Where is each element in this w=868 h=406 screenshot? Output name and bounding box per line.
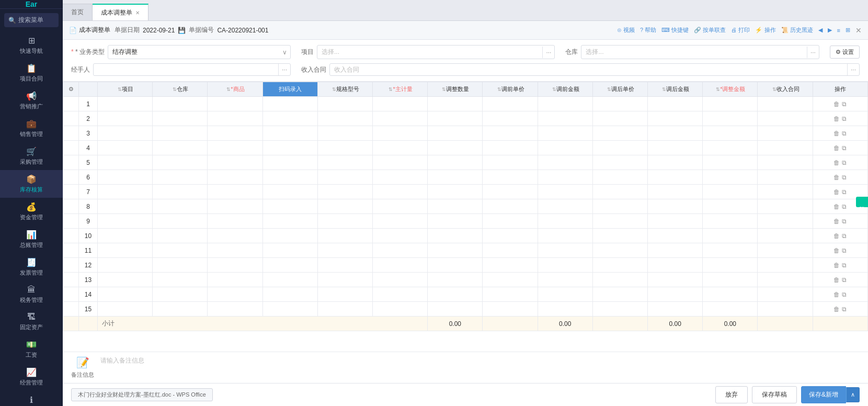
row-product-cell[interactable] (208, 111, 262, 126)
row-amount-after-cell[interactable] (648, 141, 703, 155)
row-qty-cell[interactable] (428, 141, 483, 155)
row-income-contract-cell[interactable] (758, 258, 813, 273)
row-amount-after-cell[interactable] (648, 155, 703, 170)
row-qty-cell[interactable] (428, 287, 483, 302)
row-amount-after-cell[interactable] (648, 243, 703, 258)
row-delete-icon[interactable]: 🗑 (833, 232, 840, 240)
row-amount-after-cell[interactable] (648, 126, 703, 141)
row-amount-after-cell[interactable] (648, 258, 703, 273)
sidebar-item-finance[interactable]: 💰 资金管理 (0, 198, 63, 225)
row-scan-cell[interactable] (262, 141, 317, 155)
row-delete-icon[interactable]: 🗑 (833, 276, 840, 284)
row-copy-icon[interactable]: ⧉ (842, 306, 847, 313)
row-project-cell[interactable] (98, 287, 153, 302)
sidebar-item-project-contract[interactable]: 📋 项目合同 (0, 59, 63, 87)
action-video[interactable]: ⊙ 视频 (617, 26, 635, 34)
row-delete-icon[interactable]: 🗑 (833, 247, 840, 254)
row-product-cell[interactable] (208, 287, 262, 302)
sidebar-item-quick-nav[interactable]: ⊞ 快速导航 (0, 31, 63, 59)
row-price-after-cell[interactable] (592, 287, 647, 302)
save-new-arrow-button[interactable]: ∧ (846, 387, 860, 402)
row-price-after-cell[interactable] (592, 97, 647, 111)
row-price-after-cell[interactable] (592, 155, 647, 170)
row-warehouse-cell[interactable] (153, 126, 208, 141)
row-delete-icon[interactable]: 🗑 (833, 144, 840, 152)
row-price-after-cell[interactable] (592, 170, 647, 185)
row-project-cell[interactable] (98, 141, 153, 155)
row-adjust-cell[interactable] (703, 199, 758, 214)
row-copy-icon[interactable]: ⧉ (842, 291, 847, 298)
row-warehouse-cell[interactable] (153, 302, 208, 317)
row-amount-before-cell[interactable] (538, 302, 592, 317)
row-product-cell[interactable] (208, 155, 262, 170)
row-scan-cell[interactable] (262, 170, 317, 185)
row-scan-cell[interactable] (262, 229, 317, 243)
row-copy-icon[interactable]: ⧉ (842, 203, 847, 210)
row-spec-cell[interactable] (317, 97, 372, 111)
row-project-cell[interactable] (98, 258, 153, 273)
row-adjust-cell[interactable] (703, 126, 758, 141)
row-price-after-cell[interactable] (592, 126, 647, 141)
row-qty-cell[interactable] (428, 126, 483, 141)
row-warehouse-cell[interactable] (153, 111, 208, 126)
search-menu-button[interactable]: 🔍 搜索菜单 (4, 13, 59, 27)
project-more-icon[interactable]: ··· (542, 47, 554, 58)
row-price-before-cell[interactable] (483, 273, 538, 287)
table-settings-icon[interactable]: ⚙ (68, 86, 74, 92)
row-adjust-cell[interactable] (703, 258, 758, 273)
row-project-cell[interactable] (98, 170, 153, 185)
row-project-cell[interactable] (98, 199, 153, 214)
row-price-before-cell[interactable] (483, 170, 538, 185)
row-amount-after-cell[interactable] (648, 214, 703, 229)
sidebar-item-inventory[interactable]: 📦 库存核算 (0, 170, 63, 198)
project-value[interactable]: 选择... (317, 46, 542, 59)
row-copy-icon[interactable]: ⧉ (842, 188, 847, 196)
row-spec-cell[interactable] (317, 141, 372, 155)
row-price-after-cell[interactable] (592, 258, 647, 273)
row-adjust-cell[interactable] (703, 155, 758, 170)
row-income-contract-cell[interactable] (758, 302, 813, 317)
row-price-after-cell[interactable] (592, 214, 647, 229)
row-product-cell[interactable] (208, 214, 262, 229)
row-spec-cell[interactable] (317, 273, 372, 287)
row-scan-cell[interactable] (262, 199, 317, 214)
row-spec-cell[interactable] (317, 155, 372, 170)
row-project-cell[interactable] (98, 243, 153, 258)
row-income-contract-cell[interactable] (758, 273, 813, 287)
row-price-before-cell[interactable] (483, 185, 538, 199)
row-warehouse-cell[interactable] (153, 97, 208, 111)
row-copy-icon[interactable]: ⧉ (842, 232, 847, 240)
row-adjust-cell[interactable] (703, 170, 758, 185)
sidebar-item-sales-mgmt[interactable]: 💼 销售管理 (0, 115, 63, 142)
row-warehouse-cell[interactable] (153, 170, 208, 185)
row-unit-cell[interactable] (373, 126, 428, 141)
window-close-icon[interactable]: ✕ (855, 26, 862, 35)
row-scan-cell[interactable] (262, 97, 317, 111)
sidebar-item-payroll[interactable]: 💵 工资 (0, 335, 63, 363)
row-amount-after-cell[interactable] (648, 97, 703, 111)
row-spec-cell[interactable] (317, 287, 372, 302)
row-amount-after-cell[interactable] (648, 229, 703, 243)
row-income-contract-cell[interactable] (758, 111, 813, 126)
row-delete-icon[interactable]: 🗑 (833, 203, 840, 210)
row-warehouse-cell[interactable] (153, 243, 208, 258)
row-spec-cell[interactable] (317, 214, 372, 229)
notes-input[interactable] (100, 356, 860, 377)
save-draft-button[interactable]: 保存草稿 (752, 386, 797, 403)
row-delete-icon[interactable]: 🗑 (833, 306, 840, 313)
tab-cost-adjust[interactable]: 成本调整单 ✕ (93, 4, 149, 20)
row-spec-cell[interactable] (317, 170, 372, 185)
tab-home[interactable]: 首页 (63, 4, 93, 20)
row-adjust-cell[interactable] (703, 302, 758, 317)
row-spec-cell[interactable] (317, 185, 372, 199)
action-help[interactable]: ? 帮助 (640, 26, 656, 34)
row-scan-cell[interactable] (262, 126, 317, 141)
row-scan-cell[interactable] (262, 243, 317, 258)
row-amount-before-cell[interactable] (538, 273, 592, 287)
row-price-after-cell[interactable] (592, 243, 647, 258)
row-amount-after-cell[interactable] (648, 302, 703, 317)
row-delete-icon[interactable]: 🗑 (833, 159, 840, 166)
list-view-icon[interactable]: ≡ (837, 27, 840, 33)
row-warehouse-cell[interactable] (153, 273, 208, 287)
row-copy-icon[interactable]: ⧉ (842, 262, 847, 269)
